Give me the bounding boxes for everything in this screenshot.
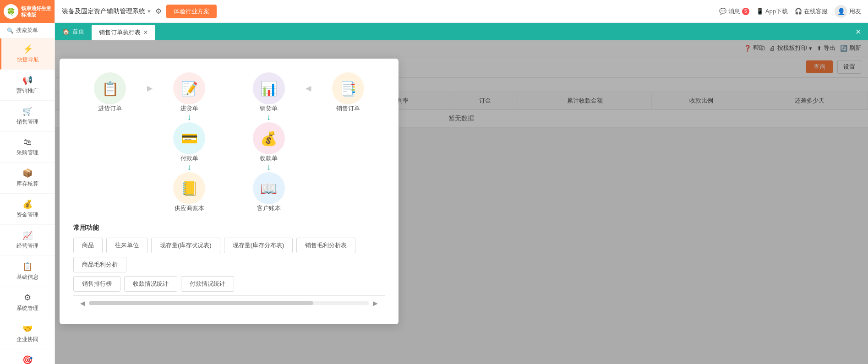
sales-doc-circle: 📊 — [253, 72, 285, 104]
home-icon: 🏠 — [62, 28, 70, 35]
search-icon: 🔍 — [7, 27, 14, 34]
experience-btn[interactable]: 体验行业方案 — [166, 5, 217, 18]
user-menu[interactable]: 👤 用友 — [835, 5, 861, 18]
online-service-btn[interactable]: 🎧 在线客服 — [795, 7, 828, 16]
func-btn-partner[interactable]: 往来单位 — [106, 238, 147, 253]
service-icon: 🎧 — [795, 8, 802, 15]
system-icon: ⚙ — [24, 293, 31, 303]
purchase-order-label: 进货订单 — [98, 104, 122, 113]
customer-ledger-circle: 📖 — [253, 172, 285, 204]
tab-sales-order[interactable]: 销售订单执行表 ✕ — [92, 25, 155, 40]
func-btn-sales-gross[interactable]: 销售毛利分析表 — [296, 238, 355, 253]
receipt-label: 收款单 — [260, 154, 278, 163]
popup: 📋 进货订单 ▶ 📝 进货单 — [60, 59, 399, 324]
flow-row-2: 💳 付款单 💰 收款单 — [73, 122, 385, 163]
main-area: 装备及固定资产辅助管理系统 ▾ ⚙ 体验行业方案 💬 消息 5 📱 App下载 … — [55, 0, 868, 364]
sidebar-item-marketing[interactable]: 📢 营销推广 — [0, 70, 55, 101]
sidebar-item-purchase[interactable]: 🛍 采购管理 — [0, 132, 55, 163]
sidebar-item-quick-nav[interactable]: ⚡ 快捷导航 — [0, 38, 55, 70]
func-grid-row2: 销售排行榜 收款情况统计 付款情况统计 — [73, 276, 385, 292]
flow-item-sales-doc[interactable]: 📊 销货单 — [232, 72, 306, 113]
tab-home[interactable]: 🏠 首页 — [55, 23, 92, 40]
func-btn-goods[interactable]: 商品 — [73, 238, 103, 253]
sidebar-search[interactable]: 🔍 搜索菜单 — [0, 23, 55, 38]
arrow-downs-row2: ↓ ↓ — [73, 163, 385, 172]
flow-item-supplier-ledger[interactable]: 📒 供应商账本 — [153, 172, 226, 212]
func-btn-goods-gross[interactable]: 商品毛利分析 — [73, 257, 126, 272]
logo-icon: 🍀 — [4, 4, 18, 19]
topbar: 装备及固定资产辅助管理系统 ▾ ⚙ 体验行业方案 💬 消息 5 📱 App下载 … — [55, 0, 868, 23]
flow-item-customer-ledger[interactable]: 📖 客户账本 — [232, 172, 306, 212]
topbar-right: 💬 消息 5 📱 App下载 🎧 在线客服 👤 用友 — [719, 5, 861, 18]
overlay: 📋 进货订单 ▶ 📝 进货单 — [55, 40, 868, 364]
message-badge: 5 — [742, 8, 749, 15]
quick-nav-icon: ⚡ — [23, 44, 33, 54]
sidebar-menu: ⚡ 快捷导航 📢 营销推广 🛒 销售管理 🛍 采购管理 📦 库存核算 💰 资金管… — [0, 38, 55, 364]
flow-row-3: 📒 供应商账本 📖 客户账本 — [73, 172, 385, 212]
tabbar: 🏠 首页 销售订单执行表 ✕ ✕ — [55, 23, 868, 40]
func-btn-payment-stat[interactable]: 付款情况统计 — [181, 276, 234, 292]
scroll-bar-area: ◀ ▶ — [73, 295, 385, 310]
func-btn-receipt-stat[interactable]: 收款情况统计 — [124, 276, 177, 292]
arrow-2: ◀ — [306, 84, 311, 102]
avatar: 👤 — [835, 5, 847, 18]
newbie-icon: 🎯 — [22, 355, 33, 364]
sidebar-item-newbie[interactable]: 🎯 新手引导 — [0, 349, 55, 364]
content-area: ❓ 帮助 🖨 按模板打印 ▾ ⬆ 导出 🔄 刷新 📅 — 📅 — [55, 40, 868, 364]
sidebar-item-sales[interactable]: 🛒 销售管理 — [0, 101, 55, 132]
download-icon: 📱 — [756, 8, 764, 15]
common-functions-title: 常用功能 — [73, 224, 385, 232]
flow-item-payment[interactable]: 💳 付款单 — [153, 122, 226, 163]
sales-icon: 🛒 — [22, 106, 33, 116]
sidebar-item-finance[interactable]: 💰 资金管理 — [0, 194, 55, 225]
sidebar-item-basic-info[interactable]: 📋 基础信息 — [0, 256, 55, 287]
operation-icon: 📈 — [22, 230, 33, 240]
scroll-left-icon[interactable]: ◀ — [80, 299, 85, 307]
basic-info-icon: 📋 — [22, 261, 33, 272]
payment-label: 付款单 — [180, 154, 198, 163]
chevron-down-icon: ▾ — [147, 8, 151, 15]
space-1 — [226, 88, 232, 97]
sales-order-label: 销售订单 — [336, 104, 360, 113]
system-name: 装备及固定资产辅助管理系统 — [62, 7, 145, 16]
flow-item-purchase-doc[interactable]: 📝 进货单 — [153, 72, 226, 113]
func-btn-sales-rank[interactable]: 销售排行榜 — [73, 276, 120, 292]
sidebar-logo: 🍀 畅康通好生意 标准版 — [0, 0, 55, 23]
flow-item-sales-order[interactable]: 📑 销售订单 — [311, 72, 385, 113]
marketing-icon: 📢 — [22, 75, 33, 85]
arrow-downs-row1: ↓ ↓ — [73, 113, 385, 122]
flow-item-receipt[interactable]: 💰 收款单 — [232, 122, 306, 163]
arrow-1: ▶ — [147, 84, 153, 102]
message-icon: 💬 — [719, 8, 726, 15]
sidebar-item-collab[interactable]: 🤝 企业协同 — [0, 318, 55, 349]
sales-doc-label: 销货单 — [260, 104, 278, 113]
collab-icon: 🤝 — [22, 324, 33, 334]
sidebar: 🍀 畅康通好生意 标准版 🔍 搜索菜单 ⚡ 快捷导航 📢 营销推广 🛒 销售管理… — [0, 0, 55, 364]
supplier-ledger-label: 供应商账本 — [175, 204, 204, 212]
scroll-track[interactable] — [89, 301, 369, 305]
logo-text: 畅康通好生意 标准版 — [21, 5, 51, 18]
supplier-ledger-circle: 📒 — [173, 172, 205, 204]
message-btn[interactable]: 💬 消息 5 — [719, 7, 749, 16]
sidebar-item-operation[interactable]: 📈 经营管理 — [0, 225, 55, 256]
inventory-icon: 📦 — [22, 168, 33, 178]
settings-icon[interactable]: ⚙ — [155, 7, 162, 16]
tab-close-icon[interactable]: ✕ — [143, 29, 148, 36]
purchase-doc-circle: 📝 — [173, 72, 205, 104]
topbar-system: 装备及固定资产辅助管理系统 ▾ — [62, 7, 151, 16]
func-btn-stock-dist[interactable]: 现存量(库存分布表) — [224, 238, 293, 253]
payment-circle: 💳 — [173, 122, 205, 154]
sales-order-circle: 📑 — [332, 72, 364, 104]
scroll-right-icon[interactable]: ▶ — [373, 299, 378, 307]
app-download-btn[interactable]: 📱 App下载 — [756, 7, 788, 16]
func-grid-row1: 商品 往来单位 现存量(库存状况表) 现存量(库存分布表) 销售毛利分析表 商品… — [73, 238, 385, 272]
purchase-doc-label: 进货单 — [180, 104, 198, 113]
purchase-icon: 🛍 — [23, 137, 32, 147]
tab-close-right-btn[interactable]: ✕ — [848, 23, 868, 40]
func-btn-stock-status[interactable]: 现存量(库存状况表) — [151, 238, 220, 253]
flow-row-1: 📋 进货订单 ▶ 📝 进货单 — [73, 72, 385, 113]
sidebar-item-system[interactable]: ⚙ 系统管理 — [0, 287, 55, 318]
flow-item-purchase-order[interactable]: 📋 进货订单 — [73, 72, 147, 113]
sidebar-item-inventory[interactable]: 📦 库存核算 — [0, 163, 55, 194]
purchase-order-circle: 📋 — [94, 72, 126, 104]
